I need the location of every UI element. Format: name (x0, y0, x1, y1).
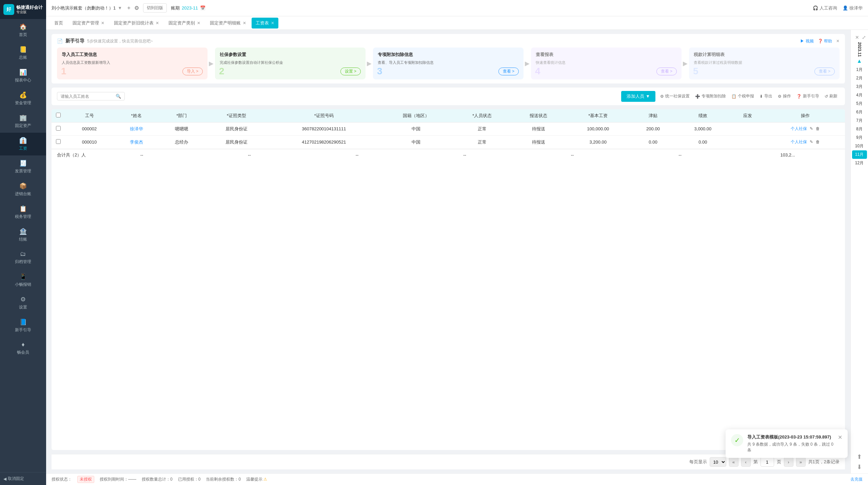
sidebar-item-资金管理[interactable]: 💰资金管理 (0, 87, 46, 110)
per-page-select[interactable]: 10 20 50 (710, 457, 726, 467)
sidebar-item-固定资产[interactable]: 🏢固定资产 (0, 110, 46, 133)
tab-close-icon[interactable]: ✕ (101, 21, 104, 25)
action-edit-icon[interactable]: ✎ (810, 139, 813, 144)
video-link[interactable]: ▶ 视频 (800, 38, 813, 44)
panel-expand-icon[interactable]: ⤢ (861, 34, 867, 41)
calendar-month-6月[interactable]: 6月 (852, 108, 867, 116)
sidebar-item-畅会员[interactable]: ♦畅会员 (0, 337, 46, 359)
toolbar-action-操作[interactable]: ⚙操作 (776, 92, 793, 100)
row-checkbox[interactable] (56, 139, 61, 144)
sidebar-item-进销台账[interactable]: 📦进销台账 (0, 178, 46, 201)
auth-status-label: 授权状态： (52, 477, 72, 482)
calendar-month-3月[interactable]: 3月 (852, 82, 867, 91)
tab-close-icon[interactable]: ✕ (156, 21, 159, 25)
toolbar-action-个税申报[interactable]: 📋个税申报 (729, 92, 756, 100)
account-arrow-icon: ▼ (118, 5, 122, 11)
toolbar-action-导出[interactable]: ⬇导出 (757, 92, 774, 100)
employee-name-link[interactable]: 李俊杰 (114, 135, 159, 149)
switch-version-button[interactable]: 切到旧版 (143, 3, 167, 13)
guide-close-icon[interactable]: ✕ (836, 39, 840, 43)
app-logo: 好 畅捷通好会计 专业版 (0, 0, 46, 19)
select-all-checkbox[interactable] (56, 113, 61, 117)
panel-icon-1[interactable]: ⬆ (857, 453, 862, 461)
toolbar-action-专项附加扣除[interactable]: ➕专项附加扣除 (693, 92, 728, 100)
calendar-month-5月[interactable]: 5月 (852, 99, 867, 108)
search-box[interactable]: 🔍 (57, 92, 125, 100)
sidebar-item-工资[interactable]: 👔工资 (0, 133, 46, 155)
calendar-month-12月[interactable]: 12月 (852, 159, 867, 167)
tab-close-icon[interactable]: ✕ (271, 21, 274, 25)
add-icon[interactable]: ＋ (126, 4, 132, 12)
action-delete-icon[interactable]: 🗑 (816, 139, 820, 144)
tab-close-icon[interactable]: ✕ (197, 21, 200, 25)
user-menu[interactable]: 👤 徐泽华 (843, 5, 863, 11)
step-btn-4[interactable]: 查看 > (656, 68, 677, 75)
next-page-button[interactable]: › (784, 457, 793, 467)
settings-icon[interactable]: ⚙ (134, 5, 139, 11)
action-social[interactable]: 个人社保 (791, 126, 807, 132)
calendar-month-11月[interactable]: 11月 (852, 150, 867, 159)
account-selector[interactable]: 刘小艳演示账套（勿删勿动！）1 ▼ (52, 5, 122, 11)
toolbar-action-统一社保设置[interactable]: ⚙统一社保设置 (658, 92, 692, 100)
sidebar-item-首页[interactable]: 🏠首页 (0, 19, 46, 42)
add-person-button[interactable]: 添加人员 ▼ (621, 91, 655, 102)
toolbar-actions: ⚙统一社保设置➕专项附加扣除📋个税申报⬇导出⚙操作❓新手引导↺刷新 (658, 92, 840, 100)
step-btn-1[interactable]: 导入 > (182, 68, 203, 75)
sidebar-item-发票管理[interactable]: 🧾发票管理 (0, 155, 46, 178)
help-link[interactable]: ❓ 帮助 (818, 38, 832, 44)
tab-固定资产明细账[interactable]: 固定资产明细账✕ (206, 18, 250, 29)
calendar-month-9月[interactable]: 9月 (852, 133, 867, 142)
guide-banner: 📄 新手引导 5步快速完成设置，快去完善信息吧~ ▶ 视频 ❓ 帮助 (52, 34, 845, 83)
toolbar-action-刷新[interactable]: ↺刷新 (823, 92, 840, 100)
first-page-button[interactable]: « (729, 457, 738, 467)
nav-icon: 🧾 (19, 160, 27, 167)
action-edit-icon[interactable]: ✎ (810, 126, 813, 131)
toast-close-icon[interactable]: ✕ (838, 434, 842, 441)
row-checkbox[interactable] (56, 126, 61, 131)
step-arrow: ▶ (366, 48, 373, 79)
renew-link[interactable]: 去充值 (850, 477, 863, 482)
calendar-month-4月[interactable]: 4月 (852, 91, 867, 99)
step-btn-2[interactable]: 设置 > (340, 68, 361, 75)
calendar-month-7月[interactable]: 7月 (852, 116, 867, 125)
action-social[interactable]: 个人社保 (791, 139, 807, 145)
sidebar-item-报表中心[interactable]: 📊报表中心 (0, 64, 46, 87)
page-input[interactable] (761, 457, 774, 467)
panel-close-icon[interactable]: ✕ (854, 34, 860, 41)
toolbar-action-新手引导[interactable]: ❓新手引导 (794, 92, 821, 100)
sidebar-item-归档管理[interactable]: 🗂归档管理 (0, 246, 46, 269)
calendar-month-2月[interactable]: 2月 (852, 74, 867, 82)
step-btn-3[interactable]: 查看 > (498, 68, 519, 75)
period-selector[interactable]: 账期 2023-11 📅 (171, 5, 205, 11)
consultation-btn[interactable]: 🎧 人工咨询 (813, 5, 837, 11)
nav-icon: 🗂 (20, 250, 26, 258)
tab-固定资产管理[interactable]: 固定资产管理✕ (68, 18, 108, 29)
calendar-months: 1月2月3月4月5月6月7月8月9月10月11月12月 (852, 66, 867, 167)
tab-close-icon[interactable]: ✕ (243, 21, 246, 25)
calendar-month-10月[interactable]: 10月 (852, 142, 867, 150)
sidebar-item-新手引导[interactable]: 📘新手引导 (0, 314, 46, 337)
last-page-button[interactable]: » (796, 457, 806, 467)
sidebar-item-小畅报销[interactable]: 📱小畅报销 (0, 269, 46, 292)
calendar-month-8月[interactable]: 8月 (852, 125, 867, 133)
sidebar-item-总账[interactable]: 📒总账 (0, 42, 46, 64)
sidebar-item-结账[interactable]: 🏦结账 (0, 224, 46, 246)
calendar-month-1月[interactable]: 1月 (852, 66, 867, 74)
sidebar-bottom-btn[interactable]: ◀ 取消固定 (0, 472, 46, 485)
employee-name-link[interactable]: 徐泽华 (114, 122, 159, 135)
col-工号: 工号 (65, 109, 114, 123)
sidebar-item-税务管理[interactable]: 📋税务管理 (0, 201, 46, 224)
action-delete-icon[interactable]: 🗑 (816, 126, 820, 131)
panel-icon-2[interactable]: ⬇ (857, 463, 862, 471)
tab-固定资产类别[interactable]: 固定资产类别✕ (164, 18, 204, 29)
table-footer: 合计共（2）人 -- -- -- -- -- -- 103,2... (52, 149, 845, 161)
calendar-toggle[interactable]: ▲ (857, 58, 862, 64)
prev-page-button[interactable]: ‹ (741, 457, 751, 467)
sidebar-item-设置[interactable]: ⚙设置 (0, 292, 46, 314)
tab-固定资产折旧统计表[interactable]: 固定资产折旧统计表✕ (110, 18, 163, 29)
nav-icon: 📋 (19, 205, 27, 212)
step-btn-5[interactable]: 查看 > (814, 68, 835, 75)
tab-首页[interactable]: 首页 (50, 18, 67, 29)
search-input[interactable] (61, 94, 114, 99)
tab-工资表[interactable]: 工资表✕ (252, 18, 278, 29)
